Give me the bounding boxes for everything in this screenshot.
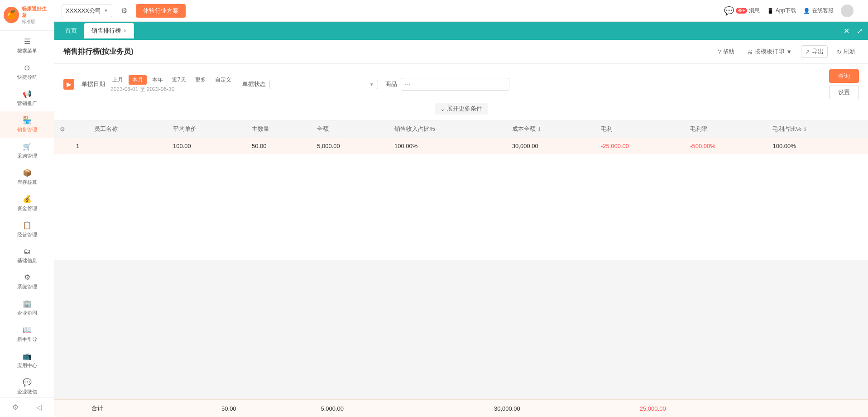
expand-btn[interactable]: ⌄ 展开更多条件 — [435, 103, 488, 115]
date-tab-last-month[interactable]: 上月 — [109, 75, 127, 85]
tab-close-btn[interactable]: × — [124, 28, 127, 34]
tab-sales-ranking[interactable]: 销售排行榜 × — [84, 23, 134, 38]
footer-gross-ratio-spacer — [826, 400, 868, 417]
chevron-down-icon: ▼ — [369, 82, 374, 87]
sidebar-item-label: 资金管理 — [17, 205, 37, 212]
sidebar-item-label: 新手引导 — [17, 336, 37, 343]
app-download-btn[interactable]: 📱 App下载 — [767, 7, 796, 14]
col-gross-rate: 毛利率 — [685, 120, 767, 138]
sidebar-item-search[interactable]: ☰ 搜索菜单 — [0, 33, 54, 59]
logo-name: 畅康通好生意 — [22, 5, 50, 19]
settings-button[interactable]: 设置 — [829, 86, 859, 99]
service-icon: 👤 — [803, 8, 810, 14]
sidebar-item-wechat[interactable]: 💬 企业微信 — [0, 374, 54, 397]
filter-toggle-btn[interactable]: ▶ — [63, 79, 74, 90]
print-icon: 🖨 — [747, 48, 753, 55]
message-btn[interactable]: 💬 99+ 消息 — [724, 6, 760, 16]
sidebar-item-label: 库存核算 — [17, 179, 37, 186]
sidebar-item-label: 快捷导航 — [17, 74, 37, 81]
status-select[interactable]: ▼ — [269, 80, 378, 89]
sidebar-item-label: 应用中心 — [17, 362, 37, 369]
cost-info-icon[interactable]: ℹ — [538, 126, 540, 132]
chevron-down-icon: ⌄ — [440, 105, 445, 112]
footer-table: 合计 50.00 5,000.00 30,000.00 -25,000.00 — [54, 400, 868, 417]
date-tabs: 上月 本月 本年 近7天 更多 自定义 — [109, 75, 235, 85]
logo: 🍊 畅康通好生意 标准版 — [0, 0, 54, 31]
refresh-btn[interactable]: ↻ 刷新 — [833, 46, 859, 58]
date-filter-label: 单据日期 — [82, 80, 105, 88]
column-settings-icon[interactable]: ⚙ — [60, 126, 65, 133]
sidebar-item-enterprise[interactable]: 🏢 企业协同 — [0, 295, 54, 321]
sidebar-item-label: 系统管理 — [17, 283, 37, 290]
message-badge: 99+ — [736, 8, 747, 14]
row-gross-ratio: 100.00% — [767, 138, 868, 154]
topbar: XXXXXX公司 ▼ ⚙ 体验行业方案 💬 99+ 消息 📱 App下载 👤 在… — [54, 0, 868, 22]
export-btn[interactable]: ↗ 导出 — [801, 45, 828, 58]
template-print-btn[interactable]: 🖨 按模板打印 ▼ — [743, 46, 796, 58]
empty-space — [54, 260, 868, 399]
col-employee: 员工名称 — [89, 120, 168, 138]
goods-input[interactable]: ··· — [401, 78, 509, 91]
sidebar-item-finance[interactable]: 💰 资金管理 — [0, 190, 54, 216]
export-icon: ↗ — [805, 48, 810, 55]
table-footer: 合计 50.00 5,000.00 30,000.00 -25,000.00 — [54, 399, 868, 417]
status-filter: 单据状态 ▼ — [242, 80, 378, 89]
window-close-btn[interactable]: ✕ — [842, 25, 851, 37]
date-tab-custom[interactable]: 自定义 — [211, 75, 235, 85]
enterprise-icon: 🏢 — [23, 299, 32, 308]
row-gross-rate: -500.00% — [685, 138, 767, 154]
sidebar-item-beginner[interactable]: 📖 新手引导 — [0, 321, 54, 347]
search-menu-icon: ☰ — [24, 37, 30, 46]
footer-rank-spacer — [68, 400, 86, 417]
sidebar-item-purchase[interactable]: 🛒 采购管理 — [0, 138, 54, 164]
footer-gross-rate-spacer — [784, 400, 826, 417]
date-range-text: 2023-06-01 至 2023-06-30 — [110, 86, 235, 93]
col-avg-price: 平均单价 — [168, 120, 246, 138]
online-service-btn[interactable]: 👤 在线客服 — [803, 7, 834, 14]
sidebar-item-system[interactable]: ⚙ 系统管理 — [0, 268, 54, 295]
sidebar-item-sales[interactable]: 🏪 销售管理 — [0, 111, 54, 138]
sidebar-collapse-btn[interactable]: ◁ — [34, 401, 43, 413]
help-btn[interactable]: ? 帮助 — [714, 46, 738, 58]
table-header: ⚙ 员工名称 平均单价 主数量 全额 销售收入占比% 成本全额 ℹ 毛利 — [54, 120, 868, 138]
data-table: ⚙ 员工名称 平均单价 主数量 全额 销售收入占比% 成本全额 ℹ 毛利 — [54, 120, 868, 154]
sidebar-item-basic-info[interactable]: 🗂 基础信息 — [0, 243, 54, 268]
refresh-icon: ↻ — [837, 48, 842, 55]
window-expand-btn[interactable]: ⤢ — [855, 25, 864, 37]
tab-home[interactable]: 首页 — [58, 23, 84, 38]
table-row: 1 100.00 50.00 5,000.00 100.00% 30,000.0… — [54, 138, 868, 154]
logo-icon: 🍊 — [4, 7, 19, 23]
footer-label: 合计 — [86, 400, 174, 417]
date-tab-more[interactable]: 更多 — [192, 75, 210, 85]
app-center-icon: 📺 — [23, 352, 32, 360]
trial-button[interactable]: 体验行业方案 — [136, 4, 186, 18]
query-button[interactable]: 查询 — [829, 69, 859, 83]
tabbar-right: ✕ ⤢ — [842, 25, 864, 37]
date-tab-7days[interactable]: 近7天 — [168, 75, 190, 85]
date-tab-this-month[interactable]: 本月 — [129, 75, 147, 85]
footer-avg-price-spacer — [174, 400, 216, 417]
message-icon: 💬 — [724, 6, 734, 16]
sidebar-item-quicknav[interactable]: ⊙ 快捷导航 — [0, 59, 54, 85]
footer-gross: -25,000.00 — [632, 400, 783, 417]
sidebar-item-marketing[interactable]: 📢 营销推广 — [0, 85, 54, 111]
company-selector[interactable]: XXXXXX公司 ▼ — [62, 5, 112, 17]
sidebar-item-label: 采购管理 — [17, 153, 37, 159]
template-print-label: 按模板打印 — [755, 48, 784, 56]
sidebar-item-inventory[interactable]: 📦 库存核算 — [0, 164, 54, 190]
message-label: 消息 — [749, 7, 760, 14]
expand-label: 展开更多条件 — [447, 105, 482, 113]
topbar-settings-btn[interactable]: ⚙ — [118, 5, 130, 17]
app-download-label: App下载 — [776, 7, 796, 14]
purchase-icon: 🛒 — [23, 142, 32, 151]
filter-expand: ⌄ 展开更多条件 — [63, 103, 859, 115]
sidebar-item-operation[interactable]: 📋 经营管理 — [0, 216, 54, 243]
row-employee — [89, 138, 168, 154]
sidebar-settings-btn[interactable]: ⚙ — [10, 401, 20, 413]
page-header: 销售排行榜(按业务员) ? 帮助 🖨 按模板打印 ▼ ↗ 导出 ↻ 刷新 — [54, 40, 868, 64]
wechat-icon: 💬 — [23, 378, 32, 387]
sidebar-item-app-center[interactable]: 📺 应用中心 — [0, 347, 54, 374]
gross-ratio-info-icon[interactable]: ℹ — [804, 126, 806, 132]
date-tab-this-year[interactable]: 本年 — [149, 75, 167, 85]
footer-cost: 30,000.00 — [489, 400, 633, 417]
